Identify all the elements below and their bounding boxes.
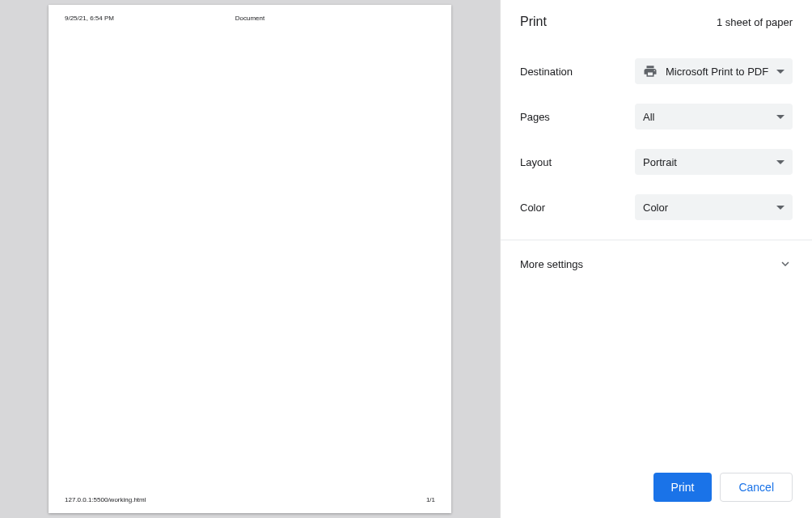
destination-label: Destination	[520, 66, 635, 78]
preview-timestamp: 9/25/21, 6:54 PM	[65, 15, 114, 22]
panel-title: Print	[520, 15, 547, 29]
pages-select[interactable]: All	[635, 104, 793, 130]
button-bar: Print Cancel	[501, 460, 812, 518]
more-settings-toggle[interactable]: More settings	[501, 240, 812, 287]
pages-row: Pages All	[520, 94, 793, 139]
destination-select[interactable]: Microsoft Print to PDF	[635, 58, 793, 84]
preview-footer-url: 127.0.0.1:5500/working.html	[65, 496, 146, 503]
cancel-button[interactable]: Cancel	[720, 473, 793, 502]
preview-doc-title: Document	[235, 15, 264, 22]
layout-row: Layout Portrait	[520, 139, 793, 185]
color-select[interactable]: Color	[635, 194, 793, 220]
chevron-down-icon	[776, 70, 785, 74]
destination-value: Microsoft Print to PDF	[666, 66, 768, 78]
layout-value: Portrait	[643, 156, 677, 168]
printer-icon	[643, 64, 658, 79]
destination-row: Destination Microsoft Print to PDF	[520, 49, 793, 94]
page-preview-footer: 127.0.0.1:5500/working.html 1/1	[65, 496, 435, 503]
color-row: Color Color	[520, 185, 793, 230]
settings-section: Destination Microsoft Print to PDF Pages…	[501, 44, 812, 235]
pages-label: Pages	[520, 111, 635, 123]
print-preview-area: 9/25/21, 6:54 PM Document 127.0.0.1:5500…	[0, 0, 500, 518]
sheet-count: 1 sheet of paper	[717, 16, 793, 28]
color-value: Color	[643, 202, 668, 214]
chevron-down-icon	[776, 115, 785, 119]
layout-select[interactable]: Portrait	[635, 149, 793, 175]
chevron-down-icon	[778, 257, 793, 271]
layout-label: Layout	[520, 156, 635, 168]
color-label: Color	[520, 202, 635, 214]
more-settings-label: More settings	[520, 258, 583, 270]
chevron-down-icon	[776, 160, 785, 164]
pages-value: All	[643, 111, 654, 123]
panel-header: Print 1 sheet of paper	[501, 0, 812, 44]
page-preview: 9/25/21, 6:54 PM Document 127.0.0.1:5500…	[49, 5, 451, 513]
chevron-down-icon	[776, 206, 785, 210]
print-settings-panel: Print 1 sheet of paper Destination Micro…	[500, 0, 812, 518]
preview-page-indicator: 1/1	[426, 496, 435, 503]
page-preview-header: 9/25/21, 6:54 PM Document	[65, 15, 435, 22]
print-button[interactable]: Print	[653, 473, 713, 502]
